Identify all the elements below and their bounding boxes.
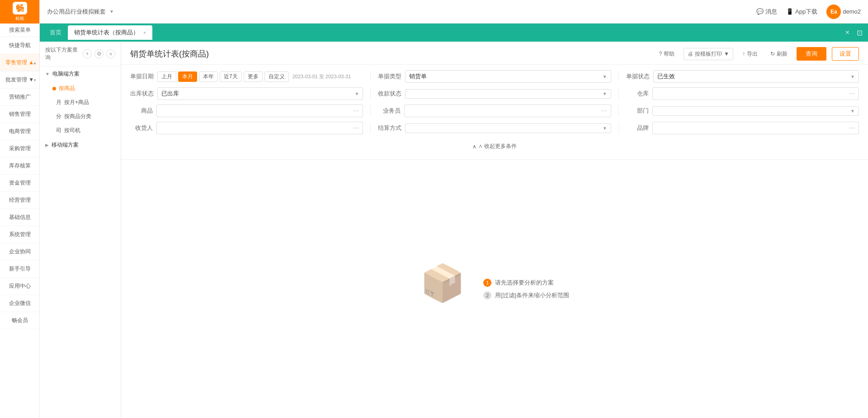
print-label: 按模板打印 [695,50,722,58]
scheme-settings-button[interactable]: ⚙ [94,49,104,58]
tab-close-window-button[interactable]: × [844,28,851,38]
brand-control: ··· [652,122,859,134]
scheme-group-mobile: ▶ 移动端方案 [40,138,121,152]
sidebar-item-purchase[interactable]: 采购管理 [0,140,39,157]
sidebar: 畅 标账 搜索菜单 快捷导航 零售管理 ▲ 批发管理 ▼ 营销推广 销售管理 电… [0,0,40,418]
sidebar-item-basic[interactable]: 基础信息 [0,209,39,226]
out-status-select[interactable]: 已出库 ▼ [157,87,363,100]
app-download-button[interactable]: 📱 App下载 [786,8,817,16]
sidebar-item-operation[interactable]: 经营管理 [0,192,39,209]
doc-type-select[interactable]: 销货单 ▼ [405,70,611,83]
payment-label: 结算方式 [378,124,401,132]
collapse-conditions-button[interactable]: ∧ ∧ 收起更多条件 [130,139,859,154]
scheme-group-mobile-header[interactable]: ▶ 移动端方案 [40,138,121,152]
help-button[interactable]: ? 帮助 [655,48,678,60]
tab-close-icon[interactable]: × [143,30,146,35]
search-label[interactable]: 搜索菜单 [9,27,31,33]
user-menu[interactable]: Ea demo2 [826,5,861,19]
empty-step-1: 1 请先选择要分析的方案 [483,279,569,287]
filter-payment: 结算方式 ▼ [378,124,611,133]
receiver-input[interactable]: ··· [156,122,363,134]
tab-expand-button[interactable]: ⊡ [855,28,864,38]
dept-select[interactable]: ▼ [652,106,859,116]
refresh-button[interactable]: ↻ 刷新 [767,48,791,60]
sidebar-item-system[interactable]: 系统管理 [0,226,39,243]
sidebar-nav: 快捷导航 零售管理 ▲ 批发管理 ▼ 营销推广 销售管理 电商管理 采购管理 库… [0,37,39,418]
warehouse-input[interactable]: ··· [652,87,859,100]
scheme-item-by-driver[interactable]: 司 按司机 [40,124,121,138]
sidebar-item-ecommerce[interactable]: 电商管理 [0,123,39,140]
goods-dots[interactable]: ··· [353,107,359,115]
doc-status-select[interactable]: 已生效 ▼ [653,70,859,83]
sidebar-item-quick-nav[interactable]: 快捷导航 [0,37,39,54]
breadcrumb-dropdown-icon[interactable]: ▼ [109,9,114,14]
active-tab-label: 销货单统计表（按商品） [74,28,139,37]
date-btn-custom[interactable]: 自定义 [264,71,289,82]
query-button[interactable]: 查询 [797,47,826,61]
doc-type-control: 销货单 ▼ [405,70,611,83]
sidebar-item-sales[interactable]: 销售管理 [0,106,39,123]
empty-text: 1 请先选择要分析的方案 2 用[过滤]条件来缩小分析范围 [483,279,569,299]
print-button[interactable]: 🖨 按模板打印 ▼ [684,48,733,60]
message-icon: 💬 [756,8,764,15]
sidebar-item-wechat[interactable]: 企业微信 [0,295,39,312]
warehouse-dots[interactable]: ··· [849,90,855,98]
scheme-group-label: 电脑端方案 [52,70,80,78]
content-area: 按以下方案查询 + ⚙ « ▼ 电脑端方案 按商品 月 按月+商 [40,42,868,418]
receiver-dots[interactable]: ··· [353,124,359,132]
sidebar-search[interactable]: 搜索菜单 [0,24,39,37]
staff-dots[interactable]: ··· [601,107,607,115]
doc-status-value: 已生效 [657,72,849,81]
sidebar-item-member[interactable]: 畅会员 [0,312,39,329]
step-1-text: 请先选择要分析的方案 [495,279,554,287]
tab-home[interactable]: 首页 [43,25,68,40]
user-avatar: Ea [826,5,841,19]
brand-label: 品牌 [626,124,649,132]
sidebar-item-inventory[interactable]: 库存核算 [0,157,39,175]
date-btn-this-year[interactable]: 本年 [199,71,218,82]
payment-select[interactable]: ▼ [405,124,611,133]
date-btn-7days[interactable]: 近7天 [220,71,242,82]
date-btn-more[interactable]: 更多 [244,71,263,82]
sidebar-item-enterprise[interactable]: 企业协同 [0,243,39,261]
date-btn-last-month[interactable]: 上月 [157,71,176,82]
scheme-item-label: 按商品 [59,85,75,92]
page-title: 销货单统计表(按商品) [130,48,209,59]
scheme-item-by-category[interactable]: 分 按商品分类 [40,109,121,124]
sidebar-item-app-center[interactable]: 应用中心 [0,278,39,295]
empty-illustration: 📦 [420,262,474,316]
filter-warehouse: 仓库 ··· [626,87,859,100]
scheme-group-desktop-header[interactable]: ▼ 电脑端方案 [40,66,121,81]
sidebar-item-finance[interactable]: 资金管理 [0,175,39,192]
sidebar-item-guide[interactable]: 新手引导 [0,261,39,278]
warehouse-control: ··· [652,87,859,100]
filter-row-1: 单据日期 上月 本月 本年 近7天 更多 自定义 2023-03-01 至 20… [130,70,859,83]
add-scheme-button[interactable]: + [83,49,92,58]
logo-text: 标账 [15,15,24,22]
doc-status-label: 单据状态 [626,72,650,81]
goods-input[interactable]: ··· [156,104,363,117]
tab-sales-stats[interactable]: 销货单统计表（按商品） × [68,25,152,40]
message-button[interactable]: 💬 消息 [756,8,777,16]
scheme-item-by-goods[interactable]: 按商品 [40,81,121,95]
payment-arrow: ▼ [603,126,607,131]
scheme-group-label: 移动端方案 [52,141,79,149]
out-status-label: 出库状态 [130,90,154,98]
export-button[interactable]: ↑ 导出 [739,48,761,60]
date-btn-this-month[interactable]: 本月 [178,71,197,82]
page-header: 销货单统计表(按商品) ? 帮助 🖨 按模板打印 ▼ ↑ 导出 [121,42,868,65]
sidebar-item-wholesale[interactable]: 批发管理 ▼ [0,71,39,89]
scheme-item-by-month-goods[interactable]: 月 按月+商品 [40,95,121,109]
settings-button[interactable]: 设置 [832,47,859,61]
filter-date: 单据日期 上月 本月 本年 近7天 更多 自定义 2023-03-01 至 20… [130,71,363,82]
empty-step-2: 2 用[过滤]条件来缩小分析范围 [483,291,569,299]
brand-dots[interactable]: ··· [849,124,855,132]
pay-status-select[interactable]: ▼ [405,89,611,99]
collapse-panel-button[interactable]: « [106,49,115,58]
brand-input[interactable]: ··· [652,122,859,134]
left-panel: 按以下方案查询 + ⚙ « ▼ 电脑端方案 按商品 月 按月+商 [40,42,121,418]
tabbar-actions: × ⊡ [844,28,864,38]
staff-input[interactable]: ··· [404,104,611,117]
sidebar-item-retail[interactable]: 零售管理 ▲ [0,54,39,71]
sidebar-item-marketing[interactable]: 营销推广 [0,89,39,106]
